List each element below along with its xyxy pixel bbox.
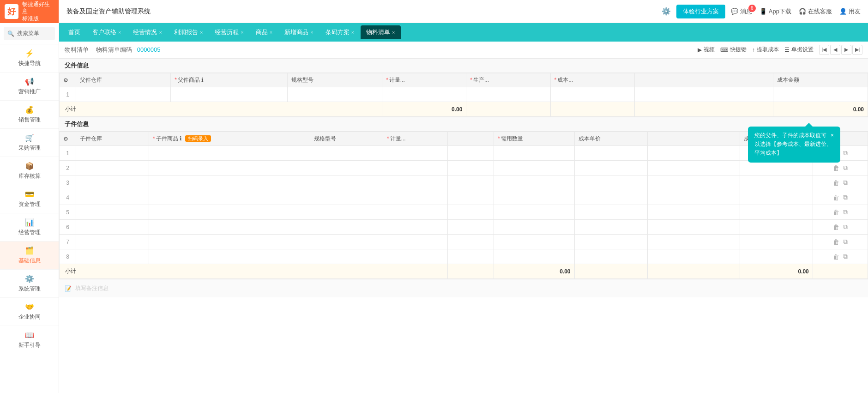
shortcut-button[interactable]: ⌨ 快捷键 — [720, 46, 747, 54]
child-row-8-qty[interactable] — [383, 249, 447, 264]
child-row-7-spec[interactable] — [310, 235, 383, 249]
child-row-8-unit-cost[interactable] — [574, 249, 647, 264]
sidebar-item-quick-nav[interactable]: ⚡ 快捷导航 — [0, 44, 59, 73]
child-row-6-cost-amount[interactable] — [740, 220, 813, 235]
copy-icon-row-1[interactable]: ⧉ — [843, 149, 848, 157]
child-row-2-product[interactable] — [149, 161, 310, 175]
parent-row-1-cost[interactable] — [550, 87, 634, 102]
parent-row-1-product[interactable] — [171, 87, 288, 102]
single-settings-button[interactable]: ☰ 单据设置 — [784, 46, 814, 54]
child-row-5-unit-cost[interactable] — [574, 205, 647, 220]
child-row-6-warehouse[interactable] — [76, 220, 149, 235]
child-row-4-spec[interactable] — [310, 190, 383, 205]
last-doc-button[interactable]: ▶| — [852, 45, 862, 55]
delete-icon-row-4[interactable]: 🗑 — [833, 194, 839, 201]
child-row-1-needed-qty[interactable] — [494, 146, 574, 161]
child-row-8-warehouse[interactable] — [76, 249, 149, 264]
child-row-1-qty[interactable] — [383, 146, 447, 161]
tab-ops-history[interactable]: 经营历程 × — [209, 25, 249, 39]
child-row-6-spec[interactable] — [310, 220, 383, 235]
sidebar-item-system[interactable]: ⚙️ 系统管理 — [0, 270, 59, 298]
tab-home[interactable]: 首页 — [63, 25, 86, 39]
child-row-6-unit-cost[interactable] — [574, 220, 647, 235]
child-row-4-needed-qty[interactable] — [494, 190, 574, 205]
delete-icon-row-8[interactable]: 🗑 — [833, 253, 839, 260]
tab-ops-status-close[interactable]: × — [159, 30, 162, 35]
tab-barcode[interactable]: 条码方案 × — [320, 25, 360, 39]
prev-doc-button[interactable]: ◀ — [830, 45, 840, 55]
next-doc-button[interactable]: ▶ — [841, 45, 851, 55]
delete-icon-row-2[interactable]: 🗑 — [833, 164, 839, 172]
sidebar-item-marketing[interactable]: 📢 营销推广 — [0, 73, 59, 101]
delete-icon-row-5[interactable]: 🗑 — [833, 209, 839, 216]
child-row-8-spec[interactable] — [310, 249, 383, 264]
sidebar-item-guide[interactable]: 📖 新手引导 — [0, 326, 59, 354]
copy-icon-row-7[interactable]: ⧉ — [843, 238, 848, 246]
parent-settings-gear-icon[interactable]: ⚙ — [63, 77, 68, 84]
child-row-1-spec[interactable] — [310, 146, 383, 161]
delete-icon-row-6[interactable]: 🗑 — [833, 224, 839, 231]
child-row-3-qty[interactable] — [383, 175, 447, 190]
app-download-button[interactable]: 📱 App下载 — [760, 7, 791, 16]
parent-row-1-production[interactable] — [466, 87, 550, 102]
child-row-8-cost-amount[interactable] — [740, 249, 813, 264]
child-row-3-unit-cost[interactable] — [574, 175, 647, 190]
child-row-2-spec[interactable] — [310, 161, 383, 175]
copy-icon-row-3[interactable]: ⧉ — [843, 179, 848, 187]
child-row-6-needed-qty[interactable] — [494, 220, 574, 235]
settings-gear-icon[interactable]: ⚙️ — [662, 7, 671, 16]
sidebar-item-purchase[interactable]: 🛒 采购管理 — [0, 129, 59, 157]
child-row-3-spec[interactable] — [310, 175, 383, 190]
child-row-7-qty[interactable] — [383, 235, 447, 249]
parent-row-1-cost-amount[interactable] — [773, 87, 868, 102]
tab-ops-history-close[interactable]: × — [241, 30, 243, 35]
tooltip-close-button[interactable]: × — [831, 131, 834, 140]
tab-ops-status[interactable]: 经营情况 × — [127, 25, 167, 39]
tab-goods[interactable]: 商品 × — [250, 25, 278, 39]
message-button[interactable]: 💬 消息 6 — [731, 7, 752, 16]
child-row-3-cost-amount[interactable] — [740, 175, 813, 190]
sidebar-item-basic-info[interactable]: 🗂️ 基础信息 — [0, 242, 59, 270]
online-service-button[interactable]: 🎧 在线客服 — [799, 7, 832, 16]
child-row-2-unit-cost[interactable] — [574, 161, 647, 175]
tab-customer-close[interactable]: × — [118, 30, 121, 35]
child-row-7-cost-amount[interactable] — [740, 235, 813, 249]
sidebar-item-operations[interactable]: 📊 经营管理 — [0, 213, 59, 242]
copy-icon-row-2[interactable]: ⧉ — [843, 164, 848, 172]
sidebar-search-button[interactable]: 🔍 搜索菜单 — [4, 27, 55, 40]
child-row-5-product[interactable] — [149, 205, 310, 220]
tab-customer[interactable]: 客户联络 × — [87, 25, 127, 39]
copy-icon-row-4[interactable]: ⧉ — [843, 193, 848, 201]
parent-row-1-warehouse[interactable] — [76, 87, 171, 102]
child-row-7-unit-cost[interactable] — [574, 235, 647, 249]
tab-barcode-close[interactable]: × — [351, 30, 354, 35]
child-row-7-needed-qty[interactable] — [494, 235, 574, 249]
child-row-8-needed-qty[interactable] — [494, 249, 574, 264]
tab-new-goods-close[interactable]: × — [310, 30, 313, 35]
note-placeholder[interactable]: 填写备注信息 — [75, 284, 108, 292]
child-row-4-unit-cost[interactable] — [574, 190, 647, 205]
child-row-1-warehouse[interactable] — [76, 146, 149, 161]
child-row-3-product[interactable] — [149, 175, 310, 190]
child-row-1-unit-cost[interactable] — [574, 146, 647, 161]
tab-bom[interactable]: 物料清单 × — [361, 25, 400, 39]
copy-icon-row-5[interactable]: ⧉ — [843, 208, 848, 216]
user-button[interactable]: 👤 用友 — [839, 7, 861, 16]
sidebar-item-enterprise[interactable]: 🤝 企业协同 — [0, 298, 59, 326]
child-row-5-needed-qty[interactable] — [494, 205, 574, 220]
child-row-2-qty[interactable] — [383, 161, 447, 175]
child-row-2-warehouse[interactable] — [76, 161, 149, 175]
tab-profit[interactable]: 利润报告 × — [169, 25, 208, 39]
tab-bom-close[interactable]: × — [392, 30, 395, 35]
child-row-4-warehouse[interactable] — [76, 190, 149, 205]
scan-badge[interactable]: 扫码录入 — [185, 135, 211, 142]
child-settings-gear-icon[interactable]: ⚙ — [63, 136, 68, 142]
child-row-2-cost-amount[interactable] — [740, 161, 813, 175]
child-row-3-warehouse[interactable] — [76, 175, 149, 190]
child-row-2-needed-qty[interactable] — [494, 161, 574, 175]
sidebar-item-inventory[interactable]: 📦 库存核算 — [0, 157, 59, 185]
child-row-5-spec[interactable] — [310, 205, 383, 220]
child-row-5-qty[interactable] — [383, 205, 447, 220]
child-row-7-warehouse[interactable] — [76, 235, 149, 249]
child-row-4-qty[interactable] — [383, 190, 447, 205]
